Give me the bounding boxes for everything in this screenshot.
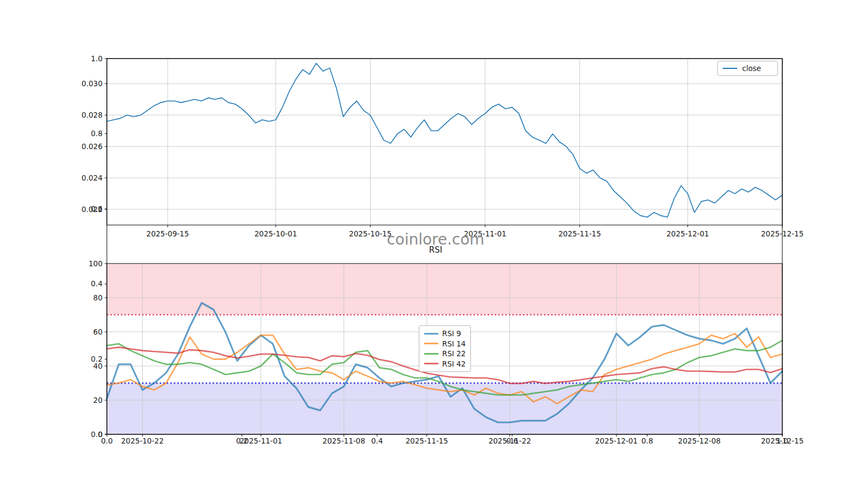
legend-line-sample: [424, 333, 438, 335]
price-x-tick-label: 2025-12-15: [761, 229, 803, 238]
overlay-x-tick-label: 0.2: [236, 436, 247, 445]
rsi-legend-label: RSI 14: [442, 339, 465, 348]
close-line-sample: [723, 68, 737, 69]
rsi-legend-entry: RSI 9: [424, 329, 465, 338]
overlay-y-tick-label: 0.4: [91, 279, 103, 288]
rsi-y-tick-label: 20: [93, 396, 103, 404]
overlay-y-tick-label: 1.0: [91, 54, 103, 63]
price-x-tick-label: 2025-11-15: [558, 229, 601, 238]
rsi-legend: RSI 9RSI 14RSI 22RSI 42: [419, 325, 471, 372]
price-x-tick-label: 2025-09-15: [146, 229, 189, 238]
legend-line-sample: [424, 343, 438, 344]
rsi-x-tick-label: 2025-12-01: [595, 436, 637, 445]
overlay-x-tick-label: 0.4: [371, 436, 382, 445]
rsi-legend-label: RSI 42: [442, 359, 465, 368]
rsi-chart-title: RSI: [429, 245, 442, 255]
rsi-x-tick-label: 2025-10-22: [121, 436, 163, 445]
price-legend: close: [717, 61, 778, 76]
rsi-legend-label: RSI 22: [442, 349, 465, 358]
rsi-y-tick-label: 80: [93, 293, 103, 302]
overlay-y-tick-label: 0.2: [91, 355, 103, 363]
overlay-x-tick-label: 1.0: [776, 436, 788, 445]
price-x-tick-label: 2025-10-01: [254, 229, 297, 238]
rsi-legend-label: RSI 9: [442, 329, 461, 338]
price-x-tick-label: 2025-10-15: [349, 229, 391, 238]
price-y-tick-label: 0.026: [81, 142, 103, 151]
legend-line-sample: [424, 363, 438, 364]
rsi-legend-entry: RSI 22: [424, 349, 465, 358]
figure: 0.0300.0280.0260.0240.0222025-09-152025-…: [0, 0, 868, 488]
price-x-tick-label: 2025-12-01: [666, 229, 709, 238]
rsi-x-tick-label: 2025-11-15: [406, 436, 448, 445]
rsi-y-tick-label: 60: [93, 328, 103, 336]
rsi-y-tick-label: 100: [88, 259, 103, 268]
overlay-x-tick-label: 0.0: [101, 436, 112, 445]
price-legend-label: close: [742, 64, 761, 73]
rsi-x-tick-label: 2025-11-08: [323, 436, 365, 445]
legend-line-sample: [424, 353, 438, 355]
price-y-tick-label: 0.024: [81, 174, 103, 182]
price-y-tick-label: 0.030: [81, 79, 103, 88]
rsi-x-tick-label: 2025-12-08: [678, 436, 720, 445]
overlay-y-tick-label: 0.8: [91, 129, 103, 138]
overlay-x-tick-label: 0.8: [641, 436, 653, 445]
rsi-legend-entry: RSI 14: [424, 339, 465, 348]
overlay-y-tick-label: 0.6: [91, 204, 103, 213]
close-line: [107, 63, 782, 217]
price-y-tick-label: 0.028: [81, 111, 103, 119]
overlay-x-tick-label: 0.6: [506, 436, 518, 445]
rsi-legend-entry: RSI 42: [424, 359, 465, 368]
